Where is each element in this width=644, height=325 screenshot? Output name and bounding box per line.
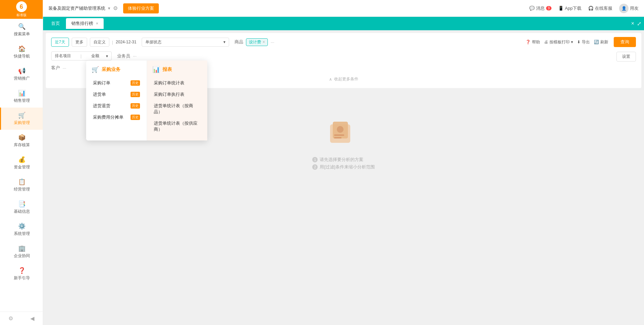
popup-report-title-label: 报表 xyxy=(163,67,172,73)
app-download-button[interactable]: 📱 App下载 xyxy=(558,5,581,11)
rank-value: 金额 xyxy=(91,53,99,59)
footer-settings-icon[interactable]: ⚙ xyxy=(8,315,13,322)
print-dropdown-icon: ▾ xyxy=(571,40,573,44)
topbar: 装备及固定资产辅助管理系统 ▾ ⚙ 体验行业方案 💬 消息 9 📱 App下载 … xyxy=(43,0,644,17)
popup-item-order-stats[interactable]: 采购订单统计表 xyxy=(152,77,202,89)
customer-label: 客户 xyxy=(51,65,60,71)
popup-report-section: 📊 报表 采购订单统计表 采购订单执行表 进货单统计表（按商品） 进货单统计表（… xyxy=(147,60,208,140)
settings-button[interactable]: 设置 xyxy=(616,52,636,62)
sidebar-item-label: 企业协同 xyxy=(14,253,30,259)
date-more-button[interactable]: 更多 xyxy=(72,38,87,47)
user-label: 用友 xyxy=(630,5,639,11)
popup-purchase-title: 🛒 采购业务 xyxy=(92,66,141,73)
sidebar-item-newbie[interactable]: ❓ 新手引导 xyxy=(0,263,43,285)
tab-window-close-icon[interactable]: × xyxy=(631,21,634,27)
topbar-settings-icon[interactable]: ⚙ xyxy=(113,5,118,11)
popup-item-purchase-expense[interactable]: 采购费用分摊单 历史 xyxy=(92,112,141,123)
popup-item-inbound-stats-supplier[interactable]: 进货单统计表（按供应商） xyxy=(152,118,202,135)
salesperson-more-options-icon[interactable]: ··· xyxy=(133,53,137,58)
sales-icon: 📊 xyxy=(18,89,26,97)
headset-icon: 🎧 xyxy=(588,6,594,11)
content-area: 近7天 更多 自定义 | 2024-12-31 单据状态 ▾ 商品 设计费 xyxy=(43,30,644,325)
sidebar-logo: 6 标准版 xyxy=(0,0,43,19)
sidebar-item-marketing[interactable]: 📢 营销推广 xyxy=(0,63,43,85)
rank-item-select[interactable]: 排名项目 | 金额 ▾ xyxy=(51,51,112,60)
message-icon: 💬 xyxy=(529,6,535,11)
popup-purchase-title-label: 采购业务 xyxy=(102,67,120,73)
rank-label: 排名项目 xyxy=(55,53,71,59)
rank-dropdown-icon: ▾ xyxy=(106,54,108,58)
goods-filter-container: 商品 设计费 × ··· xyxy=(235,38,520,46)
tab-close-icon[interactable]: × xyxy=(96,21,98,26)
history-badge: 历史 xyxy=(131,92,140,97)
user-menu-button[interactable]: 👤 用友 xyxy=(619,4,639,13)
sidebar-item-label: 系统管理 xyxy=(14,231,30,237)
footer-collapse-icon[interactable]: ◀ xyxy=(30,315,34,322)
popup-item-label: 进货单 xyxy=(93,91,106,97)
empty-tip2: 用[过滤]条件来缩小分析范围 xyxy=(320,164,374,170)
help-button[interactable]: ❓ 帮助 xyxy=(526,39,540,45)
export-button[interactable]: ⬇ 导出 xyxy=(577,39,590,45)
popup-item-label: 采购费用分摊单 xyxy=(93,114,123,120)
finance-icon: 💰 xyxy=(18,156,26,163)
goods-more-options-icon[interactable]: ··· xyxy=(271,40,274,45)
collapse-label: 收起更多条件 xyxy=(334,76,358,82)
print-button[interactable]: 🖨 按模板打印 ▾ xyxy=(544,39,573,45)
filter-row-1: 近7天 更多 自定义 | 2024-12-31 单据状态 ▾ 商品 设计费 xyxy=(51,37,636,47)
sidebar-item-label: 库存核算 xyxy=(14,142,30,148)
popup-item-label: 进货单统计表（按供应商） xyxy=(154,120,201,132)
customer-filter-container: 客户 ··· xyxy=(51,65,66,71)
tab-sales-rank[interactable]: 销售排行榜 × xyxy=(66,18,104,29)
message-button[interactable]: 💬 消息 9 xyxy=(529,5,551,11)
customer-more-options-icon[interactable]: ··· xyxy=(63,66,66,71)
sidebar-item-purchase[interactable]: 🛒 采购管理 xyxy=(0,108,43,130)
sidebar-item-label: 资金管理 xyxy=(14,164,30,170)
sidebar-item-sales[interactable]: 📊 销售管理 xyxy=(0,85,43,108)
sidebar-item-quick-nav[interactable]: 🏠 快捷导航 xyxy=(0,41,43,63)
sidebar-item-system[interactable]: ⚙️ 系统管理 xyxy=(0,218,43,241)
date-7days-button[interactable]: 近7天 xyxy=(51,38,69,47)
voucher-status-select[interactable]: 单据状态 ▾ xyxy=(142,38,229,47)
query-button[interactable]: 查询 xyxy=(614,37,636,47)
popup-item-inbound-stats-goods[interactable]: 进货单统计表（按商品） xyxy=(152,100,202,118)
sidebar-item-search[interactable]: 🔍 搜索菜单 xyxy=(0,19,43,41)
sidebar-item-operation[interactable]: 📋 经营管理 xyxy=(0,174,43,196)
history-badge: 历史 xyxy=(131,80,140,86)
popup-item-inbound[interactable]: 进货单 历史 xyxy=(92,89,141,100)
chevron-up-icon: ∧ xyxy=(329,77,332,82)
goods-tag-value: 设计费 xyxy=(249,39,261,45)
sidebar-item-label: 经营管理 xyxy=(14,187,30,192)
refresh-button[interactable]: 🔄 刷新 xyxy=(594,39,608,45)
sidebar-item-enterprise[interactable]: 🏢 企业协同 xyxy=(0,241,43,263)
export-label: 导出 xyxy=(582,39,590,45)
print-icon: 🖨 xyxy=(544,40,548,44)
topbar-right: 💬 消息 9 📱 App下载 🎧 在线客服 👤 用友 xyxy=(529,4,639,13)
tab-home[interactable]: 首页 xyxy=(46,18,65,29)
goods-tag: 设计费 × xyxy=(246,38,268,46)
date-separator: | xyxy=(112,40,113,45)
sidebar-item-label: 营销推广 xyxy=(14,76,30,81)
popup-item-label: 采购订单统计表 xyxy=(154,80,184,86)
sidebar-item-finance[interactable]: 💰 资金管理 xyxy=(0,152,43,174)
home-icon: 🏠 xyxy=(18,45,26,52)
popup-item-label: 采购订单执行表 xyxy=(154,91,184,97)
popup-item-purchase-order[interactable]: 采购订单 历史 xyxy=(92,77,141,89)
online-service-button[interactable]: 🎧 在线客服 xyxy=(588,5,612,11)
popup-item-order-exec[interactable]: 采购订单执行表 xyxy=(152,89,202,100)
industry-solution-button[interactable]: 体验行业方案 xyxy=(123,3,159,13)
logo-icon: 6 xyxy=(16,1,27,12)
history-badge: 历史 xyxy=(131,103,140,109)
tab-maximize-icon[interactable]: ⤢ xyxy=(637,21,641,27)
print-label: 按模板打印 xyxy=(549,39,570,45)
export-icon: ⬇ xyxy=(577,40,580,44)
topbar-dropdown-icon[interactable]: ▾ xyxy=(108,6,110,11)
sidebar-item-inventory[interactable]: 📦 库存核算 xyxy=(0,130,43,152)
voucher-status-dropdown-icon: ▾ xyxy=(223,40,225,44)
goods-tag-close-icon[interactable]: × xyxy=(262,40,265,44)
sidebar: 6 标准版 🔍 搜索菜单 🏠 快捷导航 📢 营销推广 📊 销售管理 🛒 xyxy=(0,0,43,325)
app-download-label: App下载 xyxy=(565,5,581,11)
sidebar-item-label: 采购管理 xyxy=(14,120,30,126)
sidebar-item-base-info[interactable]: 📑 基础信息 xyxy=(0,196,43,218)
popup-item-inbound-return[interactable]: 进货退货 历史 xyxy=(92,100,141,112)
date-custom-button[interactable]: 自定义 xyxy=(90,38,109,47)
